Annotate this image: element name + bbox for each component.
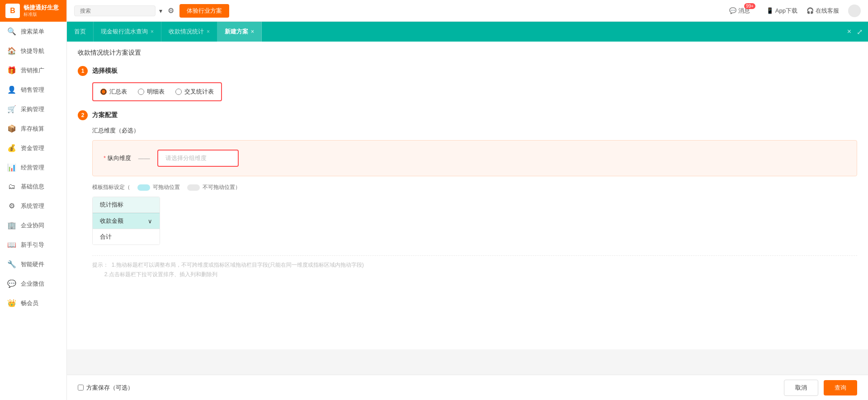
sidebar-item-label: 快捷导航 bbox=[21, 47, 44, 55]
tab-bank-flow-label: 现金银行流水查询 bbox=[101, 28, 148, 36]
template-radio-cross[interactable] bbox=[175, 89, 182, 95]
wechat-icon: 💬 bbox=[7, 279, 16, 288]
user-avatar[interactable] bbox=[848, 5, 861, 17]
sidebar-item-enterprise[interactable]: 🏢 企业协同 bbox=[0, 216, 66, 235]
template-radio-summary[interactable] bbox=[100, 89, 107, 95]
legend-fixed: 不可拖动位置） bbox=[187, 184, 241, 191]
save-option-checkbox[interactable] bbox=[78, 385, 84, 391]
sidebar-item-operation[interactable]: 📊 经营管理 bbox=[0, 158, 66, 177]
indicator-section: 模板指标设定（ 可拖动位置 不可拖动位置） bbox=[92, 184, 857, 246]
sidebar-item-marketing[interactable]: 🎁 营销推广 bbox=[0, 61, 66, 80]
logo-text-block: 畅捷通好生意 标准版 bbox=[24, 4, 59, 18]
sidebar-item-label: 畅会员 bbox=[21, 299, 38, 307]
sidebar-logo: B 畅捷通好生意 标准版 bbox=[0, 0, 66, 22]
section1-header: 1 选择模板 bbox=[78, 66, 857, 76]
sidebar-item-search-menu[interactable]: 🔍 搜索菜单 bbox=[0, 22, 66, 41]
download-icon: 📱 bbox=[766, 7, 774, 14]
page-title: 收款情况统计方案设置 bbox=[78, 49, 857, 57]
sidebar-item-label: 企业微信 bbox=[21, 280, 44, 288]
tab-receipt-stat[interactable]: 收款情况统计 bbox=[161, 22, 217, 42]
sidebar-item-label: 企业协同 bbox=[21, 221, 44, 230]
tip-line2-text: 2.点击标题栏下拉可设置排序、插入列和删除列 bbox=[92, 271, 217, 278]
message-icon: 💬 bbox=[729, 7, 736, 14]
dimension-row: * 纵向维度 —— 请选择分组维度 bbox=[104, 150, 846, 167]
page-content: 收款情况统计方案设置 1 选择模板 汇总表 明细表 bbox=[67, 42, 868, 375]
tab-bank-flow-close[interactable] bbox=[151, 28, 154, 35]
query-button[interactable]: 查询 bbox=[824, 380, 857, 395]
marketing-icon: 🎁 bbox=[7, 66, 16, 75]
indicator-table-header: 统计指标 bbox=[93, 197, 160, 213]
legend-movable-label: 可拖动位置 bbox=[153, 184, 180, 191]
topbar-dropdown-button[interactable]: ▾ bbox=[159, 7, 162, 14]
online-service-button[interactable]: 🎧 在线客服 bbox=[807, 7, 839, 15]
notification-button[interactable]: 💬 消息 99+ bbox=[729, 7, 750, 15]
basic-info-icon: 🗂 bbox=[7, 183, 16, 191]
sidebar-item-label: 搜索菜单 bbox=[21, 28, 44, 36]
tab-close-all-icon[interactable]: × bbox=[847, 28, 851, 36]
sidebar-item-label: 系统管理 bbox=[21, 202, 44, 210]
sidebar-item-member[interactable]: 👑 畅会员 bbox=[0, 293, 66, 313]
operation-icon: 📊 bbox=[7, 163, 16, 172]
sidebar-item-guide[interactable]: 📖 新手引导 bbox=[0, 235, 66, 254]
dimension-arrow: —— bbox=[138, 155, 150, 162]
main-area: ▾ ⚙ 体验行业方案 💬 消息 99+ 📱 App下载 🎧 在线客服 首页 bbox=[67, 0, 868, 400]
step2-title: 方案配置 bbox=[92, 111, 118, 119]
tip-prefix: 提示： 1.拖动标题栏可以调整布局，不可跨维度或指标区域拖动栏目字段(只能在同一… bbox=[92, 262, 364, 268]
tip-line-1: 提示： 1.拖动标题栏可以调整布局，不可跨维度或指标区域拖动栏目字段(只能在同一… bbox=[92, 261, 857, 269]
member-icon: 👑 bbox=[7, 299, 16, 307]
sidebar-item-label: 资金管理 bbox=[21, 144, 44, 152]
template-radio-detail[interactable] bbox=[138, 89, 144, 95]
tab-receipt-stat-label: 收款情况统计 bbox=[169, 28, 204, 36]
sidebar-item-basic-info[interactable]: 🗂 基础信息 bbox=[0, 177, 66, 196]
logo-title: 畅捷通好生意 bbox=[24, 4, 59, 12]
sidebar-item-sales[interactable]: 👤 销售管理 bbox=[0, 80, 66, 99]
indicator-table: 统计指标 收款金额 ∨ 合计 bbox=[92, 197, 160, 245]
template-option-detail[interactable]: 明细表 bbox=[138, 88, 165, 96]
topbar-search-input[interactable] bbox=[74, 5, 156, 16]
sidebar-item-system[interactable]: ⚙ 系统管理 bbox=[0, 196, 66, 216]
template-option-cross[interactable]: 交叉统计表 bbox=[175, 88, 214, 96]
enterprise-icon: 🏢 bbox=[7, 221, 16, 230]
indicator-settings-label: 模板指标设定（ bbox=[92, 184, 130, 191]
sidebar-item-quick-nav[interactable]: 🏠 快捷导航 bbox=[0, 41, 66, 61]
tab-home[interactable]: 首页 bbox=[67, 22, 94, 42]
cancel-button[interactable]: 取消 bbox=[784, 380, 818, 396]
tab-new-plan-close[interactable] bbox=[251, 28, 254, 35]
template-option-summary[interactable]: 汇总表 bbox=[100, 88, 127, 96]
template-label-summary: 汇总表 bbox=[109, 88, 127, 96]
sidebar-item-label: 库存核算 bbox=[21, 125, 44, 133]
indicator-col-header[interactable]: 收款金额 ∨ bbox=[93, 213, 160, 229]
tab-expand-icon[interactable]: ⤢ bbox=[857, 28, 863, 36]
indicator-legend: 模板指标设定（ 可拖动位置 不可拖动位置） bbox=[92, 184, 857, 191]
tips-area: 提示： 1.拖动标题栏可以调整布局，不可跨维度或指标区域拖动栏目字段(只能在同一… bbox=[92, 255, 857, 286]
sales-icon: 👤 bbox=[7, 85, 16, 94]
app-download-button[interactable]: 📱 App下载 bbox=[766, 7, 797, 15]
save-option-label[interactable]: 方案保存（可选） bbox=[78, 384, 133, 392]
sidebar-item-inventory[interactable]: 📦 库存核算 bbox=[0, 119, 66, 138]
dimension-select-input[interactable]: 请选择分组维度 bbox=[157, 150, 239, 167]
sidebar-item-finance[interactable]: 💰 资金管理 bbox=[0, 138, 66, 158]
sidebar-item-purchase[interactable]: 🛒 采购管理 bbox=[0, 99, 66, 119]
sidebar: B 畅捷通好生意 标准版 🔍 搜索菜单 🏠 快捷导航 🎁 营销推广 👤 销售管理… bbox=[0, 0, 67, 400]
service-icon: 🎧 bbox=[807, 7, 814, 14]
tab-receipt-stat-close[interactable] bbox=[207, 28, 210, 35]
dimension-title: 汇总维度（必选） bbox=[92, 127, 857, 135]
tab-new-plan[interactable]: 新建方案 bbox=[217, 22, 262, 42]
settings-gear-icon[interactable]: ⚙ bbox=[166, 5, 176, 17]
tab-new-plan-label: 新建方案 bbox=[225, 28, 248, 36]
sidebar-item-label: 智能硬件 bbox=[21, 260, 44, 268]
section-step1: 1 选择模板 汇总表 明细表 交叉统计表 bbox=[78, 66, 857, 101]
indicator-col-label: 收款金额 bbox=[100, 217, 123, 225]
logo-icon: B bbox=[5, 4, 20, 18]
template-label-cross: 交叉统计表 bbox=[184, 88, 214, 96]
trial-button[interactable]: 体验行业方案 bbox=[179, 4, 229, 18]
tab-bank-flow[interactable]: 现金银行流水查询 bbox=[94, 22, 161, 42]
dimension-container: 汇总维度（必选） * 纵向维度 —— 请选择分组维度 bbox=[92, 127, 857, 286]
sidebar-item-smart-hw[interactable]: 🔧 智能硬件 bbox=[0, 254, 66, 274]
sidebar-item-wechat[interactable]: 💬 企业微信 bbox=[0, 274, 66, 293]
inventory-icon: 📦 bbox=[7, 124, 16, 133]
indicator-row-label: 合计 bbox=[100, 233, 112, 240]
indicator-col-dropdown-icon[interactable]: ∨ bbox=[148, 218, 152, 225]
indicator-header-label: 统计指标 bbox=[100, 201, 123, 209]
tabbar: 首页 现金银行流水查询 收款情况统计 新建方案 × ⤢ bbox=[67, 22, 868, 42]
